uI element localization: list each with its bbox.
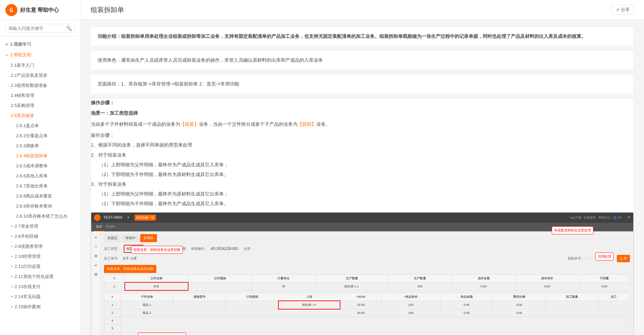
step3-sub2: （2）下部明细为子件明细，最终作为产成品生成其它入库单。: [99, 200, 634, 208]
sidebar-item-faq[interactable]: +2.14常见问题: [0, 292, 80, 302]
logo-area: 6 好生意 帮助中心: [0, 0, 80, 20]
sidebar-item-purchase[interactable]: 2.5采购管理: [0, 101, 80, 111]
sim-icon-1: ≡: [95, 234, 97, 241]
sim-td-avail: 0.00: [579, 282, 630, 290]
sim-td-unit: 件: [252, 282, 316, 290]
sim-th-cost-price: 成本单价: [515, 274, 579, 282]
table-row: 4: [104, 317, 630, 325]
step1: 1、根据不同的业务，选择不同单据的类型来处理: [91, 141, 634, 149]
sim-num2-val: 大于 入库: [122, 256, 137, 262]
nav-tree: + 1.视频学习 − 2.帮助文档 2.1新手入门 2.2产品安装及登录 2.3…: [0, 36, 80, 335]
sim-nav-home[interactable]: 首页: [94, 223, 104, 231]
sidebar-item-2-6-8[interactable]: 2.6.8商品成本重算: [0, 191, 80, 201]
sidebar-item-data-prep[interactable]: 2.3使用前数据准备: [0, 80, 80, 91]
sidebar-item-2-6-3[interactable]: 2.6.3调拨单: [0, 141, 80, 151]
sidebar: 6 好生意 帮助中心 🔍 + 1.视频学习 − 2.帮助文档 2.1新手入门 2…: [0, 0, 80, 335]
sim-td-qty1: 按比例-1.1: [315, 282, 388, 290]
role-card: 使用角色：通常由生产人员或库管人员完成拆装业务的操作，库管人员确认原材料的出库和…: [91, 50, 634, 70]
sim-th-num: #: [104, 274, 125, 282]
table-row: 1 商品 1 按比例 -1+ 20.00 100 0.00 0.00: [104, 301, 630, 309]
sidebar-item-2-6-2[interactable]: 2.6.2分量盘点单: [0, 131, 80, 141]
sidebar-item-2-6-4[interactable]: 2.6.4组装拆卸单: [0, 151, 80, 161]
table-row: 2 商品 2 30.00 100 0.00 0.00: [104, 309, 630, 317]
sim-th-cost-amt: 成本金额: [452, 274, 516, 282]
annotation-bottom: 无固定清单可在这里直接录入: [138, 333, 186, 335]
sim-app-bar: TEST-H002 ▼ 同期新建一张 App下载 在线使用 帮助中心 👤 CC …: [91, 213, 633, 223]
sidebar-item-help-docs[interactable]: − 2.帮助文档: [0, 50, 80, 60]
sidebar-item-money[interactable]: +2.7资金管理: [0, 221, 80, 231]
share-button[interactable]: ↗ 分享: [611, 5, 634, 15]
sim-app-bar-right: App下载 在线使用 帮助中心 👤 CC: [570, 215, 622, 220]
sidebar-item-cases[interactable]: +2.15操作案例: [0, 302, 80, 312]
scene1-title: 场景一：加工类型选择: [91, 110, 138, 116]
sim-type-label: 加工类型:: [104, 246, 118, 252]
sim-td-name: 关木: [125, 282, 189, 290]
sim-tab-current[interactable]: 新增单: [140, 234, 157, 242]
sim-th-unit: 计量单位: [252, 274, 316, 282]
search-area: 🔍: [0, 20, 80, 36]
sim-tab-added[interactable]: 未提交: [104, 234, 121, 242]
sim-tab-pending[interactable]: 审核中: [122, 234, 139, 242]
step2-sub2: （2）下部明细为子件明细，最终作为原材料生成其它出库单。: [99, 170, 634, 179]
sim-icons: App下载 在线使用 帮助中心 👤 CC: [570, 215, 622, 220]
sim-logo: [94, 214, 101, 221]
step2-sub1: （1）上部明细为父件明细，最终作为产成品生成其它入库单；: [99, 161, 634, 169]
sim-td-1: 1: [104, 282, 125, 290]
sim-lth-unit-price: +单品单价: [381, 293, 440, 301]
sim-td-spec: [188, 282, 252, 290]
sidebar-item-2-6-10[interactable]: 2.6.10库存账本错了怎么办: [0, 211, 80, 221]
sim-icon-bar: ≡ □ ⊕ ↩ ⊞: [91, 231, 101, 335]
sidebar-item-mobile[interactable]: +2.8手机旺铺: [0, 231, 80, 241]
sidebar-item-sales[interactable]: 2.4销售管理: [0, 91, 80, 101]
sidebar-item-2-6-9[interactable]: 2.6.9库存账本查询: [0, 201, 80, 211]
sim-bom-label: 装配单号:: [568, 256, 582, 262]
search-icon[interactable]: 🔍: [66, 25, 72, 31]
sidebar-item-inventory[interactable]: 2.6库存核算: [0, 111, 80, 121]
sidebar-item-newbie[interactable]: 2.1新手入门: [0, 60, 80, 70]
path-text: 页面路径：1、库存核算->库存管理->组装拆卸单 2、首页->常用功能: [98, 81, 239, 87]
path-card: 页面路径：1、库存核算->库存管理->组装拆卸单 2、首页->常用功能: [91, 74, 634, 94]
sim-section-label: 组装业务、拆卸业务在这里切换: [104, 265, 156, 273]
sidebar-item-online-pay[interactable]: +2.13在线支付: [0, 282, 80, 292]
page-header: 组装拆卸单 ↗ 分享: [80, 0, 644, 20]
step3-sub1: （1）上部明细为父件明细，最终作为原材料生成其它出库单；: [99, 190, 634, 198]
sidebar-item-video-label: 1.视频学习: [10, 41, 31, 47]
sim-version: ▼: [126, 215, 130, 221]
sim-apply-btn[interactable]: 立 即: [617, 255, 630, 262]
logo-text: 好生意 帮助中心: [20, 7, 59, 14]
sidebar-item-coupon[interactable]: +2.9优惠券管理: [0, 241, 80, 252]
sim-icon-2: □: [95, 243, 97, 250]
disassemble-term: 【拆卸】: [298, 121, 316, 127]
sidebar-item-ops[interactable]: +2.10经营管理: [0, 252, 80, 262]
steps-title: 操作步骤：: [91, 99, 634, 107]
sidebar-item-2-6-7[interactable]: 2.6.7其他出库单: [0, 181, 80, 191]
sim-num-value: AD-20191226-001: [211, 246, 238, 252]
sidebar-item-video[interactable]: + 1.视频学习: [0, 39, 80, 50]
sim-lth-in: 入库: [278, 293, 340, 301]
sidebar-item-2-6-1[interactable]: 2.6.1盘点单: [0, 121, 80, 131]
sim-th-produce-qty2: 生产数量: [388, 274, 452, 282]
content-area: 功能介绍：组装拆卸单用来处理企业组装或拆卸等加工业务，支持有固定装配清单的产品加…: [80, 20, 644, 335]
sim-td-cost: 0.00: [452, 282, 516, 290]
screenshot-wrapper: TEST-H002 ▼ 同期新建一张 App下载 在线使用 帮助中心 👤 CC …: [91, 212, 634, 335]
sidebar-item-install[interactable]: 2.2产品安装及登录: [0, 70, 80, 80]
role-text: 使用角色：通常由生产人员或库管人员完成拆装业务的操作，库管人员确认原材料的出库和…: [98, 57, 323, 63]
annotation-mid-left: 组装业务、拆卸业务在这里切换: [131, 246, 183, 254]
scene1-desc: 当由多个子件材料组装成一个成品的业务为【组装】业务，当由一个父件拆分成多个子产品…: [91, 120, 634, 128]
sim-nav-list[interactable]: 新增单: [104, 223, 117, 231]
sidebar-item-2-6-5[interactable]: 2.6.5成本调整单: [0, 161, 80, 171]
sim-form-fields: 加工类型: 组装单 ▼ 单据日期: 2019-12-26 单据编号: AD-20…: [104, 245, 630, 253]
search-box[interactable]: 🔍: [5, 24, 75, 33]
sidebar-item-2-6-6[interactable]: 2.6.6其他入库单: [0, 171, 80, 181]
search-input[interactable]: [8, 26, 66, 31]
sidebar-item-customize[interactable]: +2.12系统个性化设置: [0, 272, 80, 282]
sim-lth-plan: 计划规格: [226, 293, 278, 301]
sim-th-parent-name: 父件名称: [125, 274, 189, 282]
table-row: 5: [104, 325, 630, 332]
sidebar-item-print[interactable]: +2.11打印设置: [0, 262, 80, 272]
steps-label: 操作步骤：: [91, 131, 634, 139]
assemble-term: 【组装】: [180, 121, 199, 127]
step3: 3、对于拆装业务: [91, 180, 634, 188]
intro-card: 功能介绍：组装拆卸单用来处理企业组装或拆卸等加工业务，支持有固定装配清单的产品加…: [91, 26, 634, 46]
sim-close-icon[interactable]: ✕: [627, 214, 631, 221]
